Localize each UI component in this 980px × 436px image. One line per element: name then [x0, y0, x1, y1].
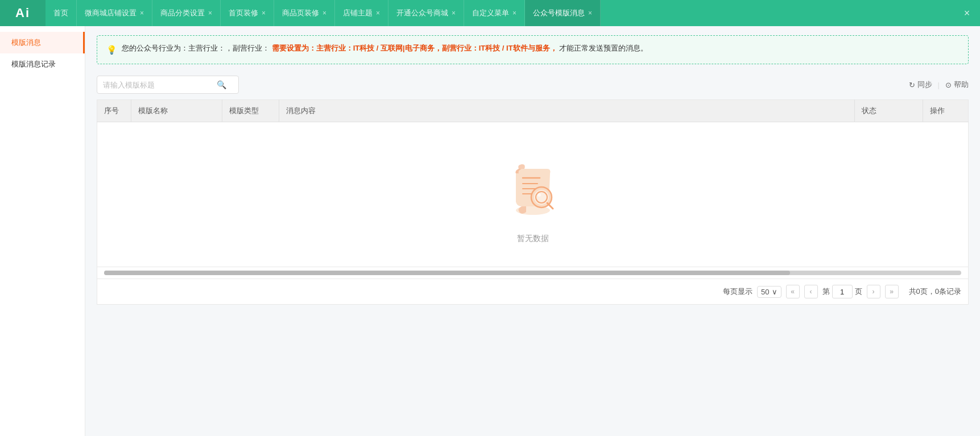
- data-table: 序号 模版名称 模版类型 消息内容 状态 操作: [97, 99, 969, 267]
- empty-text: 暂无数据: [517, 234, 549, 244]
- nav-tab-category[interactable]: 商品分类设置 ×: [152, 0, 221, 26]
- total-info: 共0页，0条记录: [909, 286, 961, 297]
- next-page-button[interactable]: ›: [867, 285, 880, 298]
- search-bar: 🔍 ↻ 同步 | ⊙ 帮助: [97, 76, 969, 94]
- window-close-button[interactable]: ×: [954, 0, 980, 26]
- prev-page-button[interactable]: ‹: [804, 285, 818, 298]
- page-label: 第: [822, 286, 830, 297]
- toolbar-divider: |: [938, 81, 940, 89]
- nav-tab-homepage-close[interactable]: ×: [262, 9, 266, 17]
- nav-tab-template-label: 公众号模版消息: [533, 8, 585, 18]
- scrollbar-thumb[interactable]: [104, 271, 790, 275]
- col-status: 状态: [855, 100, 923, 122]
- notice-icon: 💡: [106, 43, 117, 57]
- table-header-row: 序号 模版名称 模版类型 消息内容 状态 操作: [97, 100, 969, 122]
- sidebar-item-template-record[interactable]: 模版消息记录: [0, 53, 85, 75]
- notice-text: 您的公众号行业为：主营行业：，副营行业： 需要设置为：主营行业：IT科技 / 互…: [122, 43, 648, 55]
- logo: Ai: [0, 0, 46, 26]
- first-page-icon: «: [791, 288, 795, 296]
- search-input-wrapper[interactable]: 🔍: [97, 76, 239, 94]
- horizontal-scrollbar[interactable]: [104, 271, 961, 275]
- empty-state-cell: 暂无数据: [97, 122, 969, 267]
- nav-tab-theme[interactable]: 店铺主题 ×: [335, 0, 388, 26]
- prev-page-icon: ‹: [810, 288, 812, 296]
- empty-state: 暂无数据: [97, 122, 968, 267]
- notice-prefix: 您的公众号行业为：主营行业：，副营行业：: [122, 44, 270, 52]
- next-page-icon: ›: [873, 288, 875, 296]
- nav-tab-custommenu-label: 自定义菜单: [472, 8, 509, 18]
- nav-tab-opencity-label: 开通公众号商城: [396, 8, 448, 18]
- page-input-group: 第 页: [822, 285, 862, 298]
- per-page-value: 50: [761, 288, 769, 296]
- sidebar: 模版消息 模版消息记录: [0, 26, 85, 436]
- col-type: 模版类型: [222, 100, 279, 122]
- main-layout: 模版消息 模版消息记录 💡 您的公众号行业为：主营行业：，副营行业： 需要设置为…: [0, 26, 980, 436]
- help-label: 帮助: [954, 80, 969, 90]
- col-action: 操作: [923, 100, 969, 122]
- empty-illustration: [499, 156, 567, 225]
- col-seq: 序号: [97, 100, 131, 122]
- page-number-input[interactable]: [832, 285, 853, 298]
- nav-tab-home[interactable]: 首页: [46, 0, 77, 26]
- nav-tab-opencity-close[interactable]: ×: [452, 9, 456, 17]
- search-icon-button[interactable]: 🔍: [217, 80, 226, 89]
- empty-state-row: 暂无数据: [97, 122, 969, 267]
- sync-button[interactable]: ↻ 同步: [909, 80, 932, 90]
- nav-tab-productpage-close[interactable]: ×: [322, 9, 326, 17]
- nav-tab-custommenu-close[interactable]: ×: [512, 9, 516, 17]
- nav-tab-category-label: 商品分类设置: [160, 8, 205, 18]
- top-nav: Ai 首页 微商城店铺设置 × 商品分类设置 × 首页装修 × 商品页装修 × …: [0, 0, 980, 26]
- help-button[interactable]: ⊙ 帮助: [945, 80, 969, 90]
- per-page-select[interactable]: 50 ∨: [757, 286, 781, 298]
- scroll-row: [97, 267, 969, 279]
- nav-tab-homepage-label: 首页装修: [229, 8, 258, 18]
- svg-point-9: [537, 193, 541, 197]
- content-area: 💡 您的公众号行业为：主营行业：，副营行业： 需要设置为：主营行业：IT科技 /…: [85, 26, 980, 436]
- nav-tab-category-close[interactable]: ×: [208, 9, 212, 17]
- nav-tab-template-close[interactable]: ×: [588, 9, 592, 17]
- nav-tab-weishop[interactable]: 微商城店铺设置 ×: [77, 0, 152, 26]
- nav-tab-opencity[interactable]: 开通公众号商城 ×: [388, 0, 464, 26]
- notice-highlight: 需要设置为：主营行业：IT科技 / 互联网|电子商务，副营行业：IT科技 / I…: [272, 44, 557, 52]
- last-page-button[interactable]: »: [885, 285, 899, 298]
- nav-tab-home-label: 首页: [53, 8, 68, 18]
- first-page-button[interactable]: «: [786, 285, 800, 298]
- sidebar-item-template-msg[interactable]: 模版消息: [0, 32, 85, 53]
- nav-tab-weishop-close[interactable]: ×: [140, 9, 144, 17]
- nav-tab-custommenu[interactable]: 自定义菜单 ×: [464, 0, 525, 26]
- notice-banner: 💡 您的公众号行业为：主营行业：，副营行业： 需要设置为：主营行业：IT科技 /…: [97, 35, 969, 64]
- search-input[interactable]: [103, 81, 217, 89]
- nav-tab-productpage-label: 商品页装修: [282, 8, 319, 18]
- pagination-bar: 每页显示 50 ∨ « ‹ 第 页 › » 共0页，0条记录: [97, 279, 969, 305]
- toolbar-right: ↻ 同步 | ⊙ 帮助: [909, 80, 969, 90]
- sidebar-item-template-msg-label: 模版消息: [11, 38, 41, 47]
- notice-suffix: 才能正常发送预置的消息。: [559, 44, 648, 52]
- last-page-icon: »: [890, 288, 894, 296]
- help-icon: ⊙: [945, 81, 952, 89]
- nav-tab-template[interactable]: 公众号模版消息 ×: [525, 0, 601, 26]
- nav-tab-theme-close[interactable]: ×: [376, 9, 380, 17]
- sync-label: 同步: [917, 80, 932, 90]
- nav-tab-productpage[interactable]: 商品页装修 ×: [274, 0, 335, 26]
- page-unit: 页: [855, 286, 862, 297]
- per-page-label: 每页显示: [723, 286, 752, 297]
- col-content: 消息内容: [279, 100, 855, 122]
- sync-icon: ↻: [909, 81, 915, 89]
- sidebar-item-template-record-label: 模版消息记录: [11, 60, 56, 68]
- nav-tabs: 首页 微商城店铺设置 × 商品分类设置 × 首页装修 × 商品页装修 × 店铺主…: [46, 0, 954, 26]
- nav-tab-theme-label: 店铺主题: [343, 8, 373, 18]
- nav-tab-homepage[interactable]: 首页装修 ×: [221, 0, 274, 26]
- logo-text: Ai: [15, 6, 30, 20]
- nav-tab-weishop-label: 微商城店铺设置: [85, 8, 137, 18]
- col-name: 模版名称: [131, 100, 222, 122]
- per-page-chevron-icon: ∨: [772, 288, 778, 296]
